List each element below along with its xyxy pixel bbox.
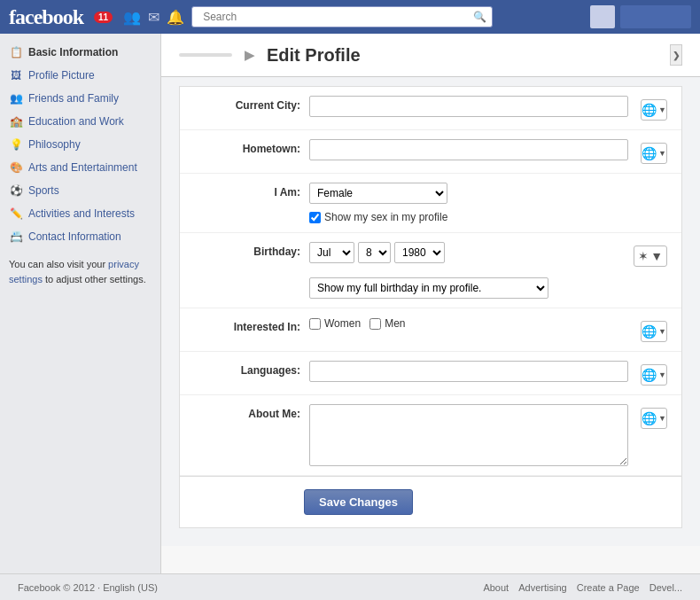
basic-information-icon: 📋 — [9, 45, 23, 59]
right-nav-area — [590, 5, 691, 28]
birthday-day-select[interactable]: 8 1 — [358, 242, 391, 263]
star-icon: ✶ — [638, 249, 649, 263]
interested-men-label: Men — [385, 317, 405, 330]
page-title: Edit Profile — [267, 45, 361, 66]
languages-field — [309, 361, 632, 382]
footer: Facebook © 2012 · English (US) About Adv… — [0, 573, 700, 600]
footer-link-developers[interactable]: Devel... — [649, 582, 682, 593]
interested-women-option: Women — [309, 317, 361, 330]
languages-row: Languages: 🌐 ▼ — [180, 352, 681, 395]
interested-options-row: Women Men — [309, 317, 405, 330]
caret-icon: ▼ — [658, 105, 666, 114]
notifications-nav-icon[interactable]: 🔔 — [167, 9, 184, 26]
footer-copyright: Facebook © 2012 · English (US) — [18, 582, 158, 593]
languages-privacy-btn[interactable]: 🌐 ▼ — [641, 364, 667, 386]
current-city-label: Current City: — [194, 96, 300, 112]
page-wrapper: 📋 Basic Information 🖼 Profile Picture 👥 … — [0, 34, 700, 573]
globe-icon: 🌐 — [642, 103, 657, 117]
about-me-textarea[interactable] — [309, 404, 628, 466]
sidebar-item-arts-and-entertainment[interactable]: 🎨 Arts and Entertainment — [0, 156, 160, 179]
birthday-row: Birthday: Jul Jan Feb 8 — [180, 233, 681, 308]
sidebar-label-profile-picture: Profile Picture — [28, 69, 95, 82]
arts-entertainment-icon: 🎨 — [9, 160, 23, 175]
sidebar-item-philosophy[interactable]: 💡 Philosophy — [0, 133, 160, 156]
form-area: Current City: 🌐 ▼ Hometown: — [161, 77, 700, 546]
i-am-field: Female Male Show my sex in my profile — [309, 183, 667, 223]
show-sex-checkbox[interactable] — [309, 212, 321, 223]
interested-caret-icon: ▼ — [658, 327, 666, 336]
birthday-month-select[interactable]: Jul Jan Feb — [309, 242, 354, 263]
footer-link-advertising[interactable]: Advertising — [518, 582, 566, 593]
birthday-label: Birthday: — [194, 242, 300, 258]
notification-badge[interactable]: 11 — [94, 12, 113, 23]
hometown-privacy-btn[interactable]: 🌐 ▼ — [641, 143, 667, 164]
form-section: Current City: 🌐 ▼ Hometown: — [179, 86, 682, 528]
sidebar-label-arts-entertainment: Arts and Entertainment — [28, 161, 137, 174]
messages-nav-icon[interactable]: ✉ — [148, 9, 159, 26]
footer-link-about[interactable]: About — [483, 582, 509, 593]
sidebar-item-profile-picture[interactable]: 🖼 Profile Picture — [0, 64, 160, 87]
hometown-input[interactable] — [309, 139, 628, 160]
birthday-year-select[interactable]: 1980 1981 — [394, 242, 445, 263]
i-am-row: I Am: Female Male Show my sex in my prof… — [180, 174, 681, 233]
sidebar-item-activities-and-interests[interactable]: ✏️ Activities and Interests — [0, 202, 160, 225]
sidebar-item-contact-information[interactable]: 📇 Contact Information — [0, 225, 160, 248]
collapse-button[interactable]: ❯ — [670, 44, 682, 66]
interested-women-checkbox[interactable] — [309, 318, 321, 330]
interested-privacy-btn[interactable]: 🌐 ▼ — [641, 321, 667, 342]
interested-in-row: Interested In: Women Men — [180, 308, 681, 352]
birthday-privacy-btn[interactable]: ✶ ▼ — [634, 245, 667, 267]
languages-input[interactable] — [309, 361, 628, 382]
birthday-selects-row: Jul Jan Feb 8 1 1980 198 — [309, 242, 548, 263]
username-display[interactable] — [620, 5, 691, 28]
privacy-note-text2: to adjust other settings. — [45, 274, 146, 284]
privacy-note: You can also visit your privacy settings… — [0, 248, 160, 292]
search-icon: 🔍 — [473, 11, 486, 23]
profile-picture-icon: 🖼 — [9, 68, 23, 82]
interested-women-label: Women — [324, 317, 361, 330]
current-city-row: Current City: 🌐 ▼ — [180, 87, 681, 130]
friends-family-icon: 👥 — [9, 91, 23, 105]
sidebar-item-sports[interactable]: ⚽ Sports — [0, 179, 160, 202]
interested-men-option: Men — [369, 317, 405, 330]
current-city-input[interactable] — [309, 96, 628, 117]
footer-link-create-page[interactable]: Create a Page — [577, 582, 640, 593]
hometown-privacy: 🌐 ▼ — [641, 139, 667, 164]
birthday-show-select[interactable]: Show my full birthday in my profile. Sho… — [309, 277, 548, 299]
page-header: ▶ Edit Profile ❯ — [161, 34, 700, 77]
main-content: ▶ Edit Profile ❯ Current City: 🌐 ▼ — [161, 34, 700, 573]
hometown-row: Hometown: 🌐 ▼ — [180, 130, 681, 174]
interested-men-checkbox[interactable] — [369, 318, 381, 330]
hometown-caret-icon: ▼ — [658, 149, 666, 158]
languages-label: Languages: — [194, 361, 300, 377]
sidebar-item-education-and-work[interactable]: 🏫 Education and Work — [0, 110, 160, 133]
i-am-label: I Am: — [194, 183, 300, 199]
i-am-select[interactable]: Female Male — [309, 183, 447, 204]
languages-caret-icon: ▼ — [658, 370, 666, 379]
show-sex-row: Show my sex in my profile — [309, 211, 447, 223]
about-me-field — [309, 404, 632, 466]
about-me-caret-icon: ▼ — [658, 414, 666, 423]
friends-nav-icon[interactable]: 👥 — [123, 9, 141, 26]
sidebar: 📋 Basic Information 🖼 Profile Picture 👥 … — [0, 34, 161, 573]
save-changes-button[interactable]: Save Changes — [304, 489, 413, 515]
user-avatar[interactable] — [590, 5, 615, 28]
education-work-icon: 🏫 — [9, 114, 23, 129]
interested-in-label: Interested In: — [194, 317, 300, 333]
search-input[interactable] — [198, 6, 457, 27]
sidebar-label-education-work: Education and Work — [28, 115, 124, 128]
current-city-privacy: 🌐 ▼ — [641, 96, 667, 121]
hometown-field — [309, 139, 632, 160]
search-box: 🔍 — [191, 6, 493, 27]
sidebar-item-friends-and-family[interactable]: 👥 Friends and Family — [0, 87, 160, 110]
about-me-row: About Me: 🌐 ▼ — [180, 395, 681, 476]
birthday-field: Jul Jan Feb 8 1 1980 198 — [309, 242, 625, 299]
sidebar-item-basic-information[interactable]: 📋 Basic Information — [0, 41, 160, 64]
philosophy-icon: 💡 — [9, 137, 23, 152]
current-city-privacy-btn[interactable]: 🌐 ▼ — [641, 99, 667, 121]
sidebar-label-philosophy: Philosophy — [28, 138, 81, 151]
facebook-logo: facebook — [9, 5, 83, 29]
sidebar-label-basic-information: Basic Information — [28, 46, 118, 58]
privacy-note-text1: You can also visit your — [9, 259, 105, 269]
about-me-privacy-btn[interactable]: 🌐 ▼ — [641, 408, 667, 429]
